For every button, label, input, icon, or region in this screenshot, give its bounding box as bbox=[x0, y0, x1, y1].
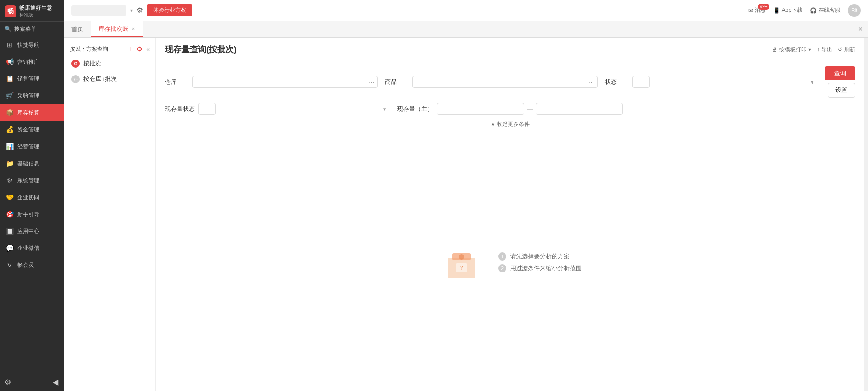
nav-label-enterprise: 企业协同 bbox=[17, 194, 39, 201]
sidebar-bottom: ⚙ ◀ bbox=[0, 373, 64, 391]
nav-label-basic: 基础信息 bbox=[17, 160, 39, 168]
sidebar-item-sales[interactable]: 📋销售管理 bbox=[0, 71, 64, 87]
trial-btn[interactable]: 体验行业方案 bbox=[147, 4, 192, 16]
topbar-left: ▾ ⚙ 体验行业方案 bbox=[71, 4, 744, 16]
nav-label-finance: 资金管理 bbox=[17, 126, 39, 134]
tab-close-btn[interactable]: × bbox=[131, 26, 136, 32]
topbar-search-input[interactable] bbox=[71, 5, 126, 16]
status-select[interactable] bbox=[632, 76, 650, 88]
product-input[interactable] bbox=[412, 76, 598, 88]
collapse-label: 收起更多条件 bbox=[497, 120, 530, 128]
nav-label-purchase: 采购管理 bbox=[17, 92, 39, 100]
stock-qty-min-input[interactable] bbox=[437, 103, 524, 115]
close-tab-right-btn[interactable]: × bbox=[853, 25, 868, 33]
print-template-btn[interactable]: 🖨 按模板打印 ▾ bbox=[772, 46, 811, 54]
main-content: 现存量查询(按批次) 🖨 按模板打印 ▾ ↑ 导出 ↺ 刷新 bbox=[156, 38, 864, 391]
svg-text:?: ? bbox=[460, 265, 463, 271]
user-avatar[interactable]: Rit bbox=[848, 4, 861, 17]
messages-btn[interactable]: ✉ 消息 99+ bbox=[748, 6, 766, 14]
collapse-filter-btn[interactable]: « bbox=[146, 45, 150, 53]
product-input-wrapper: ··· bbox=[412, 76, 598, 88]
product-label: 商品 bbox=[385, 78, 412, 86]
form-row-1: 仓库 ··· 商品 ··· 状态 bbox=[165, 66, 855, 98]
refresh-btn[interactable]: ↺ 刷新 bbox=[838, 46, 855, 54]
collapse-icon: ∧ bbox=[491, 121, 495, 128]
app-download-btn[interactable]: 📱 App下载 bbox=[773, 6, 802, 14]
page-actions: 🖨 按模板打印 ▾ ↑ 导出 ↺ 刷新 bbox=[772, 46, 855, 54]
tip-num-1: 1 bbox=[498, 252, 506, 261]
stock-status-select[interactable] bbox=[198, 103, 216, 115]
topbar-dropdown-btn[interactable]: ▾ bbox=[130, 7, 133, 14]
batch-scheme-label: 按批次 bbox=[83, 60, 101, 68]
filter-item-by-batch[interactable]: ♻ 按批次 bbox=[64, 56, 155, 71]
sidebar-item-quick-nav[interactable]: ⊞快捷导航 bbox=[0, 37, 64, 54]
topbar-right: ✉ 消息 99+ 📱 App下载 🎧 在线客服 Rit bbox=[748, 4, 861, 17]
tabs-bar: 首页 库存批次账 × × bbox=[64, 21, 868, 38]
nav-icon-member: V bbox=[5, 261, 14, 269]
nav-icon-quick-nav: ⊞ bbox=[5, 41, 14, 49]
sidebar-item-enterprise[interactable]: 🤝企业协同 bbox=[0, 189, 64, 206]
status-select-wrapper bbox=[632, 76, 818, 88]
warehouse-input[interactable] bbox=[192, 76, 378, 88]
nav-label-apps: 应用中心 bbox=[17, 228, 39, 235]
stock-status-label: 现存量状态 bbox=[165, 105, 198, 113]
online-service-btn[interactable]: 🎧 在线客服 bbox=[810, 6, 841, 14]
sidebar-collapse-btn[interactable]: ◀ bbox=[51, 379, 60, 386]
status-group: 状态 bbox=[605, 76, 818, 88]
empty-illustration: ? bbox=[439, 239, 484, 285]
tip-text-1: 请先选择要分析的方案 bbox=[510, 250, 570, 262]
stock-status-group: 现存量状态 bbox=[165, 103, 390, 115]
export-icon: ↑ bbox=[817, 46, 819, 53]
headset-icon: 🎧 bbox=[810, 7, 817, 14]
sidebar-item-basic[interactable]: 📁基础信息 bbox=[0, 155, 64, 172]
phone-icon: 📱 bbox=[773, 7, 780, 14]
empty-state: ? 1 请先选择要分析的方案 2 用过滤条件来缩小分析范围 bbox=[156, 133, 864, 391]
settings-icon[interactable]: ⚙ bbox=[5, 378, 11, 386]
sidebar-item-finance[interactable]: 💰资金管理 bbox=[0, 121, 64, 138]
add-scheme-btn[interactable]: + bbox=[129, 45, 133, 53]
sidebar-item-apps[interactable]: 🔲应用中心 bbox=[0, 223, 64, 240]
scheme-settings-btn[interactable]: ⚙ bbox=[137, 45, 143, 53]
warehouse-input-icon[interactable]: ··· bbox=[369, 79, 374, 86]
sidebar: 畅 畅康通好生意 标准版 🔍 搜索菜单 ⊞快捷导航📢营销推广📋销售管理🛒采购管理… bbox=[0, 0, 64, 391]
sidebar-item-marketing[interactable]: 📢营销推广 bbox=[0, 54, 64, 71]
print-label: 按模板打印 bbox=[779, 46, 807, 54]
sidebar-item-system[interactable]: ⚙系统管理 bbox=[0, 172, 64, 189]
tab-inventory-batch[interactable]: 库存批次账 × bbox=[91, 21, 143, 37]
sidebar-item-purchase[interactable]: 🛒采购管理 bbox=[0, 87, 64, 104]
tab-home[interactable]: 首页 bbox=[64, 21, 91, 37]
print-dropdown-icon: ▾ bbox=[808, 46, 811, 53]
app-version: 标准版 bbox=[19, 12, 52, 18]
topbar-settings-btn[interactable]: ⚙ bbox=[137, 6, 143, 15]
app-name: 畅康通好生意 bbox=[19, 5, 52, 12]
right-scrollbar[interactable] bbox=[864, 38, 868, 391]
tip-text-2: 用过滤条件来缩小分析范围 bbox=[510, 262, 582, 274]
nav-icon-system: ⚙ bbox=[5, 177, 14, 184]
warehouse-label: 仓库 bbox=[165, 78, 192, 86]
sidebar-item-operation[interactable]: 📊经营管理 bbox=[0, 138, 64, 155]
tip-item-2: 2 用过滤条件来缩小分析范围 bbox=[498, 262, 582, 274]
message-icon: ✉ bbox=[748, 7, 753, 14]
sidebar-item-wechat[interactable]: 💬企业微信 bbox=[0, 240, 64, 257]
stock-qty-max-input[interactable] bbox=[536, 103, 623, 115]
sidebar-item-inventory[interactable]: 📦库存核算 bbox=[0, 104, 64, 121]
print-icon: 🖨 bbox=[772, 46, 777, 53]
product-input-icon[interactable]: ··· bbox=[589, 79, 594, 86]
nav-label-sales: 销售管理 bbox=[17, 75, 39, 83]
sidebar-item-newbie[interactable]: 🎯新手引导 bbox=[0, 206, 64, 223]
settings-form-btn[interactable]: 设置 bbox=[828, 83, 855, 98]
nav-label-marketing: 营销推广 bbox=[17, 58, 39, 66]
search-menu[interactable]: 🔍 搜索菜单 bbox=[0, 22, 64, 37]
nav-label-newbie: 新手引导 bbox=[17, 211, 39, 218]
warehouse-group: 仓库 ··· bbox=[165, 76, 378, 88]
page-header: 现存量查询(按批次) 🖨 按模板打印 ▾ ↑ 导出 ↺ 刷新 bbox=[156, 38, 864, 60]
tab-inventory-label: 库存批次账 bbox=[99, 25, 128, 33]
sidebar-item-member[interactable]: V畅会员 bbox=[0, 257, 64, 274]
collapse-more-btn[interactable]: ∧ 收起更多条件 bbox=[491, 120, 530, 128]
query-btn[interactable]: 查询 bbox=[825, 66, 855, 80]
nav-icon-basic: 📁 bbox=[5, 160, 14, 167]
app-download-label: App下载 bbox=[782, 6, 802, 14]
nav-label-operation: 经营管理 bbox=[17, 143, 39, 151]
filter-item-by-warehouse-batch[interactable]: ⊙ 按仓库+批次 bbox=[64, 71, 155, 87]
export-btn[interactable]: ↑ 导出 bbox=[817, 46, 832, 54]
